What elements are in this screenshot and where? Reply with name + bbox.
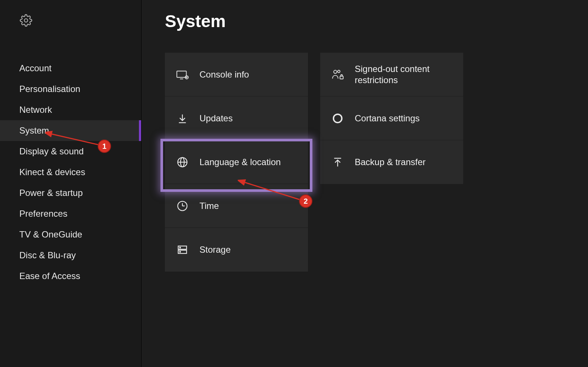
- sidebar-item-preferences[interactable]: Preferences: [0, 203, 141, 224]
- sidebar-item-label: System: [19, 125, 49, 135]
- svg-point-14: [180, 247, 181, 248]
- sidebar-item-disc-bluray[interactable]: Disc & Blu-ray: [0, 245, 141, 266]
- tile-cortana-settings[interactable]: Cortana settings: [320, 96, 463, 140]
- tile-label: Cortana settings: [355, 113, 420, 124]
- download-icon: [176, 113, 189, 124]
- sidebar-item-label: Preferences: [19, 209, 67, 219]
- globe-icon: [176, 157, 189, 168]
- svg-point-19: [334, 114, 342, 122]
- tile-label: Signed-out content restrictions: [355, 63, 463, 86]
- storage-icon: [176, 244, 189, 255]
- svg-point-15: [180, 251, 181, 252]
- tile-label: Time: [199, 200, 219, 212]
- settings-gear[interactable]: [0, 14, 141, 28]
- sidebar-item-label: Disc & Blu-ray: [19, 250, 76, 260]
- svg-point-17: [338, 70, 340, 72]
- clock-icon: [176, 200, 189, 212]
- tile-label: Language & location: [199, 157, 281, 168]
- sidebar-item-power-startup[interactable]: Power & startup: [0, 183, 141, 203]
- sidebar-item-label: Personalisation: [19, 84, 80, 94]
- settings-sidebar: Account Personalisation Network System D…: [0, 0, 142, 367]
- people-lock-icon: [331, 69, 344, 80]
- tile-updates[interactable]: Updates: [165, 96, 308, 140]
- sidebar-item-personalisation[interactable]: Personalisation: [0, 79, 141, 99]
- sidebar-item-display-sound[interactable]: Display & sound: [0, 141, 141, 162]
- tile-label: Updates: [199, 113, 233, 124]
- svg-point-0: [24, 19, 27, 22]
- gear-icon: [20, 22, 32, 28]
- tiles-container: Console info Updates: [165, 53, 588, 272]
- svg-point-16: [334, 70, 337, 73]
- sidebar-item-label: TV & OneGuide: [19, 229, 82, 239]
- tile-language-location[interactable]: Language & location: [165, 140, 308, 184]
- sidebar-item-label: Kinect & devices: [19, 167, 85, 177]
- sidebar-item-label: Ease of Access: [19, 271, 80, 281]
- sidebar-item-tv-oneguide[interactable]: TV & OneGuide: [0, 224, 141, 245]
- tile-column-left: Console info Updates: [165, 53, 308, 272]
- svg-rect-18: [340, 76, 343, 79]
- sidebar-item-label: Account: [19, 63, 52, 73]
- tile-backup-transfer[interactable]: Backup & transfer: [320, 140, 463, 184]
- sidebar-item-system[interactable]: System: [0, 120, 141, 141]
- tile-label: Backup & transfer: [355, 157, 426, 168]
- sidebar-item-network[interactable]: Network: [0, 99, 141, 120]
- tile-label: Console info: [199, 69, 249, 80]
- sidebar-item-account[interactable]: Account: [0, 58, 141, 79]
- upload-icon: [331, 157, 344, 167]
- nav-list: Account Personalisation Network System D…: [0, 58, 141, 286]
- svg-rect-1: [177, 71, 186, 77]
- main-content: System Console info: [142, 0, 588, 367]
- sidebar-item-ease-of-access[interactable]: Ease of Access: [0, 266, 141, 286]
- tile-column-right: Signed-out content restrictions Cortana …: [320, 53, 463, 272]
- sidebar-item-label: Network: [19, 105, 52, 115]
- page-title: System: [165, 11, 588, 31]
- circle-icon: [331, 113, 344, 124]
- sidebar-item-label: Display & sound: [19, 146, 84, 156]
- tile-content-restrictions[interactable]: Signed-out content restrictions: [320, 53, 463, 96]
- console-info-icon: [176, 70, 189, 79]
- sidebar-item-kinect-devices[interactable]: Kinect & devices: [0, 162, 141, 183]
- sidebar-item-label: Power & startup: [19, 188, 83, 198]
- tile-label: Storage: [199, 244, 231, 255]
- tile-time[interactable]: Time: [165, 184, 308, 228]
- tile-storage[interactable]: Storage: [165, 228, 308, 272]
- tile-console-info[interactable]: Console info: [165, 53, 308, 96]
